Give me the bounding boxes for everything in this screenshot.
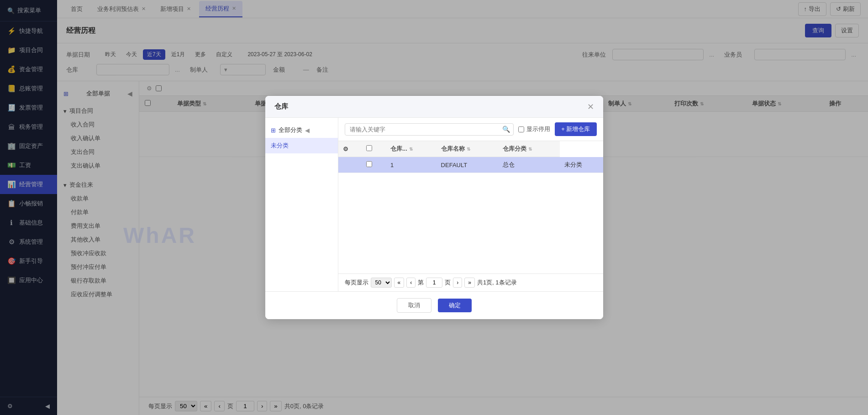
modal-grid-icon: ⊞: [271, 127, 276, 134]
modal-search-wrap: 🔍: [345, 123, 514, 136]
modal-search-icon: 🔍: [502, 126, 510, 133]
row-code: DEFAULT: [437, 157, 498, 173]
confirm-button[interactable]: 确定: [438, 299, 472, 312]
modal-header: 仓库 ✕: [265, 96, 603, 118]
modal-sidebar: ⊞ 全部分类 ◀ 未分类: [265, 118, 338, 291]
modal-sidebar-unclassified[interactable]: 未分类: [265, 138, 338, 153]
row-index: 1: [386, 157, 437, 173]
modal-settings-icon[interactable]: ⚙: [343, 146, 348, 152]
modal-per-page-label: 每页显示: [345, 278, 368, 287]
row-settings: [338, 157, 362, 173]
show-disabled-checkbox-wrap[interactable]: 显示停用: [518, 125, 550, 133]
modal-title: 仓库: [274, 102, 288, 111]
modal-col-category: 仓库分类 ⇅: [498, 141, 560, 157]
row-category: 未分类: [560, 157, 603, 173]
modal-body: ⊞ 全部分类 ◀ 未分类 🔍 显示停用: [265, 118, 603, 291]
row-checkbox-input[interactable]: [366, 161, 372, 167]
modal-overlay: 仓库 ✕ ⊞ 全部分类 ◀ 未分类 🔍: [0, 0, 868, 415]
modal-col-name: 仓库名称 ⇅: [437, 141, 498, 157]
show-disabled-label: 显示停用: [526, 125, 550, 133]
modal-search-input[interactable]: [345, 123, 514, 136]
modal-close-button[interactable]: ✕: [587, 103, 594, 111]
warehouse-modal: 仓库 ✕ ⊞ 全部分类 ◀ 未分类 🔍: [265, 96, 603, 319]
modal-col-checkbox: [362, 141, 386, 157]
modal-per-page-select[interactable]: 50: [371, 278, 392, 288]
table-row[interactable]: 1 DEFAULT 总仓 未分类: [338, 157, 603, 173]
row-name: 总仓: [498, 157, 560, 173]
modal-toolbar: 🔍 显示停用 + 新增仓库: [338, 118, 603, 141]
modal-table-wrap: ⚙ 仓库... ⇅ 仓库名称: [338, 141, 603, 273]
modal-actions: 取消 确定: [265, 291, 603, 319]
modal-sidebar-collapse[interactable]: ◀: [305, 127, 310, 134]
modal-prev-page[interactable]: ‹: [406, 278, 416, 288]
modal-last-page[interactable]: »: [464, 278, 475, 288]
modal-content-area: 🔍 显示停用 + 新增仓库 ⚙: [338, 118, 603, 291]
modal-all-category-label: 全部分类: [279, 126, 302, 134]
modal-sidebar-header[interactable]: ⊞ 全部分类 ◀: [265, 122, 338, 138]
cancel-button[interactable]: 取消: [397, 298, 431, 313]
show-disabled-checkbox[interactable]: [518, 126, 524, 132]
modal-col-code: 仓库... ⇅: [386, 141, 437, 157]
modal-next-page[interactable]: ›: [453, 278, 462, 288]
modal-col-settings: ⚙: [338, 141, 362, 157]
modal-total: 共1页, 1条记录: [477, 278, 517, 287]
modal-header-checkbox[interactable]: [366, 145, 372, 151]
modal-page-input[interactable]: [426, 278, 442, 288]
row-checkbox: [362, 157, 386, 173]
modal-footer-bar: 每页显示 50 « ‹ 第 页 › » 共1页, 1条记录: [338, 273, 603, 291]
add-warehouse-button[interactable]: + 新增仓库: [555, 122, 596, 136]
modal-page-suffix: 页: [445, 278, 451, 287]
modal-table: ⚙ 仓库... ⇅ 仓库名称: [338, 141, 603, 173]
modal-pagination: 每页显示 50 « ‹ 第 页 › » 共1页, 1条记录: [345, 278, 517, 288]
modal-first-page[interactable]: «: [394, 278, 405, 288]
modal-page-prefix: 第: [418, 278, 424, 287]
